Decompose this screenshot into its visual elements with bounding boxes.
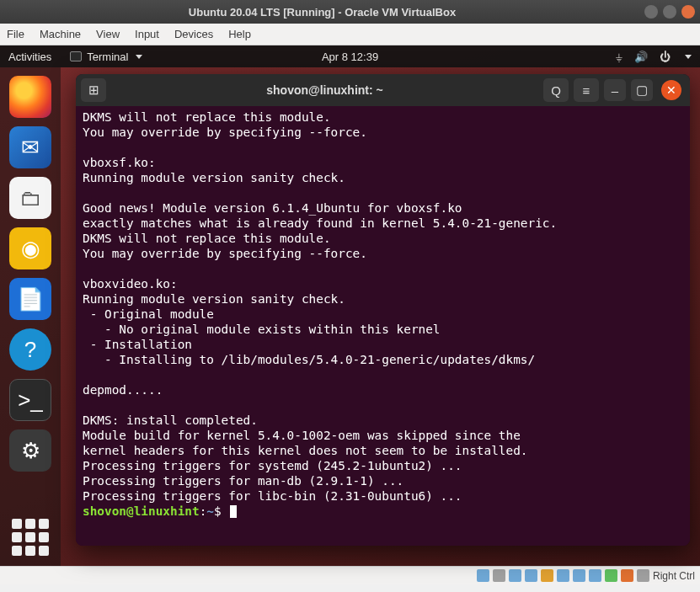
vbox-mouse-icon[interactable] — [621, 569, 633, 582]
output-line: vboxvideo.ko: — [83, 277, 178, 291]
vbox-menu-devices[interactable]: Devices — [174, 28, 213, 40]
new-tab-button[interactable]: ⊞ — [81, 78, 106, 102]
dock-files[interactable]: 🗀 — [9, 177, 51, 219]
output-line: Processing triggers for libc-bin (2.31-0… — [83, 489, 462, 503]
terminal-title: shovon@linuxhint: ~ — [111, 83, 538, 97]
vbox-menu-file[interactable]: File — [7, 28, 24, 40]
vbox-window-title: Ubuntu 20.04 LTS [Running] - Oracle VM V… — [189, 6, 456, 19]
output-line: Processing triggers for systemd (245.2-1… — [83, 459, 462, 472]
dock-terminal[interactable]: >_ — [9, 379, 51, 421]
prompt-path: ~ — [206, 504, 214, 518]
window-maximize-button[interactable]: ▢ — [631, 79, 653, 101]
vbox-menu-input[interactable]: Input — [135, 28, 159, 40]
guest-display: Activities Terminal Apr 8 12:39 ⏚ 🔊 ⏻ ✉ … — [0, 45, 700, 566]
vbox-keyboard-icon[interactable] — [637, 569, 649, 582]
prompt-colon: : — [200, 504, 207, 518]
app-menu[interactable]: Terminal — [70, 51, 142, 63]
vbox-minimize-button[interactable] — [644, 5, 658, 19]
vbox-maximize-button[interactable] — [663, 5, 676, 19]
output-line: You may override by specifying --force. — [83, 247, 367, 260]
terminal-icon — [70, 51, 82, 61]
vbox-menu-help[interactable]: Help — [228, 28, 251, 40]
volume-icon: 🔊 — [634, 51, 648, 63]
vbox-close-button[interactable] — [681, 5, 695, 19]
output-line: vboxsf.ko: — [83, 156, 156, 169]
output-line: You may override by specifying --force. — [83, 125, 367, 139]
gnome-top-bar: Activities Terminal Apr 8 12:39 ⏚ 🔊 ⏻ — [0, 45, 700, 67]
dock-thunderbird[interactable]: ✉ — [9, 126, 51, 168]
vbox-cpu-icon[interactable] — [605, 569, 617, 582]
dock: ✉ 🗀 ◉ 📄 ? >_ ⚙ — [0, 67, 61, 566]
output-line: depmod..... — [83, 383, 163, 397]
cursor — [230, 505, 237, 518]
output-line: DKMS: install completed. — [83, 413, 258, 427]
output-line: DKMS will not replace this module. — [83, 232, 331, 245]
window-minimize-button[interactable]: – — [604, 79, 626, 101]
output-line: Running module version sanity check. — [83, 171, 345, 184]
terminal-titlebar[interactable]: ⊞ shovon@linuxhint: ~ Q ≡ – ▢ ✕ — [76, 74, 690, 106]
vbox-display-icon[interactable] — [573, 569, 585, 582]
prompt-user: shovon@linuxhint — [83, 504, 200, 518]
vbox-network-icon[interactable] — [525, 569, 537, 582]
output-line: - Original module — [83, 307, 214, 321]
output-line: Good news! Module version 6.1.4_Ubuntu f… — [83, 201, 462, 215]
search-button[interactable]: Q — [543, 78, 569, 102]
terminal-window: ⊞ shovon@linuxhint: ~ Q ≡ – ▢ ✕ DKMS wil… — [76, 74, 690, 546]
dock-rhythmbox[interactable]: ◉ — [9, 227, 51, 269]
vbox-menu-machine[interactable]: Machine — [40, 28, 81, 40]
clock[interactable]: Apr 8 12:39 — [322, 51, 378, 63]
network-icon: ⏚ — [616, 51, 623, 63]
terminal-output[interactable]: DKMS will not replace this module. You m… — [76, 106, 690, 546]
vbox-menubar: File Machine View Input Devices Help — [0, 24, 700, 45]
output-line: Running module version sanity check. — [83, 292, 345, 306]
vbox-cd-icon[interactable] — [493, 569, 505, 582]
output-line: kernel headers for this kernel does not … — [83, 444, 528, 457]
app-menu-label: Terminal — [87, 51, 128, 63]
activities-button[interactable]: Activities — [8, 51, 51, 63]
vbox-hdd-icon[interactable] — [477, 569, 489, 582]
vbox-titlebar: Ubuntu 20.04 LTS [Running] - Oracle VM V… — [0, 0, 700, 24]
output-line: DKMS will not replace this module. — [83, 110, 331, 124]
output-line: Module build for kernel 5.4.0-1002-oem w… — [83, 429, 521, 442]
show-applications-button[interactable] — [12, 519, 49, 556]
vbox-recording-icon[interactable] — [589, 569, 601, 582]
output-line: - Installing to /lib/modules/5.4.0-21-ge… — [83, 353, 535, 366]
vbox-status-bar: Right Ctrl — [0, 566, 700, 584]
dock-help[interactable]: ? — [9, 328, 51, 371]
vbox-shared-folder-icon[interactable] — [557, 569, 569, 582]
vbox-hostkey-label: Right Ctrl — [653, 570, 695, 582]
output-line: Processing triggers for man-db (2.9.1-1)… — [83, 474, 403, 488]
output-line: - Installation — [83, 338, 192, 351]
vbox-menu-view[interactable]: View — [96, 28, 120, 40]
chevron-down-icon — [136, 55, 142, 59]
system-tray[interactable]: ⏚ 🔊 ⏻ — [616, 51, 692, 63]
hamburger-menu-button[interactable]: ≡ — [574, 78, 599, 102]
power-icon: ⏻ — [660, 51, 671, 63]
output-line: - No original module exists within this … — [83, 323, 441, 336]
window-close-button[interactable]: ✕ — [661, 80, 681, 100]
chevron-down-icon — [685, 55, 692, 59]
dock-firefox[interactable] — [9, 76, 51, 118]
vbox-audio-icon[interactable] — [509, 569, 521, 582]
dock-libreoffice-writer[interactable]: 📄 — [9, 278, 51, 320]
prompt-dollar: $ — [214, 504, 222, 518]
dock-settings[interactable]: ⚙ — [9, 429, 51, 472]
output-line: exactly matches what is already found in… — [83, 216, 557, 230]
vbox-usb-icon[interactable] — [541, 569, 553, 582]
